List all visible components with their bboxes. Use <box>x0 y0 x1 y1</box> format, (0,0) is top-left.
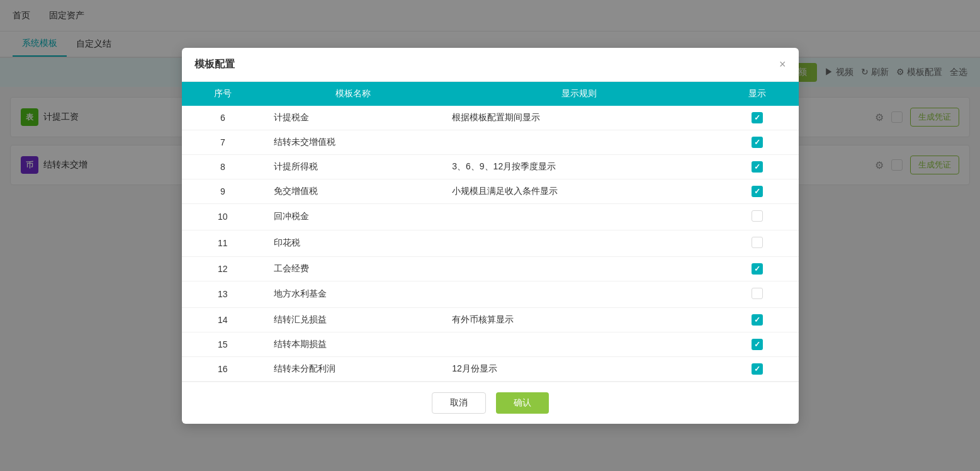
row-6-name: 工会经费 <box>264 256 442 281</box>
confirm-button[interactable]: 确认 <box>496 392 549 414</box>
row-9-name: 结转本期损益 <box>264 332 442 356</box>
row-4-display <box>716 203 799 230</box>
modal-header: 模板配置 × <box>182 48 799 82</box>
row-7-rule <box>442 281 716 307</box>
row-10-display <box>716 356 799 381</box>
table-row: 12工会经费 <box>182 256 799 281</box>
row-1-id: 7 <box>182 130 264 154</box>
modal-table: 序号 模板名称 显示规则 显示 6计提税金根据模板配置期间显示7结转未交增值税8… <box>182 82 799 382</box>
table-row: 6计提税金根据模板配置期间显示 <box>182 106 799 130</box>
table-row: 8计提所得税3、6、9、12月按季度显示 <box>182 154 799 179</box>
table-row: 13地方水利基金 <box>182 281 799 307</box>
checkbox-row-6[interactable] <box>752 263 763 275</box>
checkbox-row-5[interactable] <box>752 237 763 248</box>
row-5-id: 11 <box>182 230 264 256</box>
table-wrapper: 序号 模板名称 显示规则 显示 6计提税金根据模板配置期间显示7结转未交增值税8… <box>182 82 799 382</box>
modal: 模板配置 × 序号 模板名称 显示规则 显示 6计提税金根据模板配置期间显示7结… <box>182 48 799 424</box>
modal-footer: 取消 确认 <box>182 382 799 424</box>
table-row: 10回冲税金 <box>182 203 799 230</box>
table-header-row: 序号 模板名称 显示规则 显示 <box>182 82 799 106</box>
row-10-id: 16 <box>182 356 264 381</box>
row-7-display <box>716 281 799 307</box>
table-row: 7结转未交增值税 <box>182 130 799 154</box>
row-0-id: 6 <box>182 106 264 130</box>
row-2-id: 8 <box>182 154 264 179</box>
row-5-rule <box>442 230 716 256</box>
row-6-rule <box>442 256 716 281</box>
row-9-rule <box>442 332 716 356</box>
row-8-id: 14 <box>182 307 264 332</box>
row-4-id: 10 <box>182 203 264 230</box>
row-5-display <box>716 230 799 256</box>
checkbox-row-8[interactable] <box>752 314 763 326</box>
close-button[interactable]: × <box>779 59 786 70</box>
row-3-name: 免交增值税 <box>264 179 442 203</box>
table-row: 15结转本期损益 <box>182 332 799 356</box>
row-10-name: 结转未分配利润 <box>264 356 442 381</box>
checkbox-row-0[interactable] <box>752 112 763 123</box>
row-7-name: 地方水利基金 <box>264 281 442 307</box>
row-6-id: 12 <box>182 256 264 281</box>
row-2-display <box>716 154 799 179</box>
checkbox-row-4[interactable] <box>752 210 763 222</box>
row-1-rule <box>442 130 716 154</box>
row-8-rule: 有外币核算显示 <box>442 307 716 332</box>
row-3-display <box>716 179 799 203</box>
row-1-display <box>716 130 799 154</box>
row-4-name: 回冲税金 <box>264 203 442 230</box>
row-3-rule: 小规模且满足收入条件显示 <box>442 179 716 203</box>
col-header-name: 模板名称 <box>264 82 442 106</box>
row-7-id: 13 <box>182 281 264 307</box>
table-row: 11印花税 <box>182 230 799 256</box>
col-header-rule: 显示规则 <box>442 82 716 106</box>
modal-overlay: 模板配置 × 序号 模板名称 显示规则 显示 6计提税金根据模板配置期间显示7结… <box>0 0 980 471</box>
checkbox-row-10[interactable] <box>752 363 763 375</box>
row-4-rule <box>442 203 716 230</box>
row-2-rule: 3、6、9、12月按季度显示 <box>442 154 716 179</box>
table-row: 14结转汇兑损益有外币核算显示 <box>182 307 799 332</box>
row-8-display <box>716 307 799 332</box>
row-1-name: 结转未交增值税 <box>264 130 442 154</box>
row-9-id: 15 <box>182 332 264 356</box>
checkbox-row-7[interactable] <box>752 288 763 299</box>
row-9-display <box>716 332 799 356</box>
row-0-display <box>716 106 799 130</box>
table-row: 16结转未分配利润12月份显示 <box>182 356 799 381</box>
row-6-display <box>716 256 799 281</box>
checkbox-row-3[interactable] <box>752 186 763 197</box>
row-8-name: 结转汇兑损益 <box>264 307 442 332</box>
table-row: 9免交增值税小规模且满足收入条件显示 <box>182 179 799 203</box>
col-header-id: 序号 <box>182 82 264 106</box>
row-0-name: 计提税金 <box>264 106 442 130</box>
row-0-rule: 根据模板配置期间显示 <box>442 106 716 130</box>
checkbox-row-9[interactable] <box>752 339 763 350</box>
row-2-name: 计提所得税 <box>264 154 442 179</box>
row-3-id: 9 <box>182 179 264 203</box>
checkbox-row-1[interactable] <box>752 137 763 148</box>
checkbox-row-2[interactable] <box>752 161 763 173</box>
row-10-rule: 12月份显示 <box>442 356 716 381</box>
cancel-button[interactable]: 取消 <box>432 392 486 414</box>
row-5-name: 印花税 <box>264 230 442 256</box>
col-header-display: 显示 <box>716 82 799 106</box>
modal-title: 模板配置 <box>194 58 235 71</box>
